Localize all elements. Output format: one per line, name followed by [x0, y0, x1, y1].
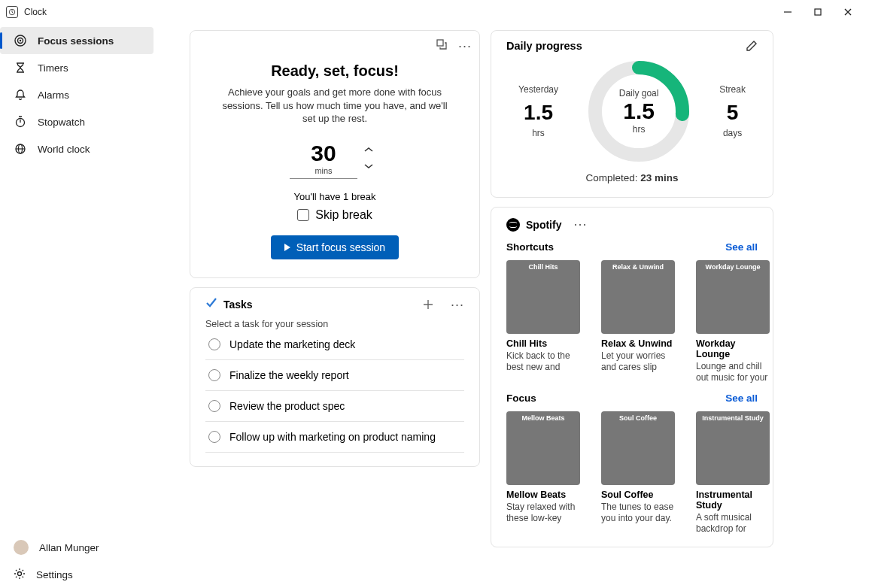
- task-label: Review the product spec: [229, 400, 345, 412]
- daily-progress-card: Daily progress Yesterday 1.5 hrs: [491, 30, 773, 198]
- task-item[interactable]: Review the product spec: [205, 391, 464, 422]
- bell-icon: [14, 88, 27, 102]
- edit-goal-button[interactable]: [746, 40, 758, 52]
- playlist-cover: Soul Coffee: [601, 411, 675, 485]
- focus-description: Achieve your goals and get more done wit…: [207, 86, 463, 126]
- nav-label: Alarms: [38, 89, 69, 101]
- svg-rect-10: [437, 40, 443, 46]
- skip-break-label: Skip break: [315, 208, 372, 222]
- app-icon: [6, 6, 18, 18]
- stat-unit: days: [719, 128, 746, 138]
- playlist-desc: Kick back to the best new and rece…: [506, 350, 580, 373]
- streak-stat: Streak 5 days: [719, 84, 746, 138]
- playlist-desc: Lounge and chill out music for your wor…: [696, 361, 770, 383]
- focus-section-title: Focus: [506, 393, 536, 404]
- nav-label: Focus sessions: [38, 35, 114, 47]
- close-button[interactable]: [833, 0, 863, 24]
- user-account[interactable]: Allan Munger: [0, 534, 153, 561]
- more-icon[interactable]: ···: [458, 38, 472, 54]
- completed-text: Completed: 23 mins: [506, 172, 758, 183]
- stat-value: 5: [719, 101, 746, 125]
- playlist-name: Soul Coffee: [601, 489, 675, 500]
- task-radio[interactable]: [208, 431, 220, 443]
- stat-label: Streak: [719, 84, 746, 95]
- break-text: You'll have 1 break: [207, 191, 463, 202]
- nav-world-clock[interactable]: World clock: [0, 135, 153, 162]
- increase-duration-button[interactable]: [357, 141, 380, 158]
- nav-label: Stopwatch: [38, 117, 85, 128]
- focus-title: Ready, set, focus!: [207, 62, 463, 80]
- playlist-item[interactable]: Chill HitsChill HitsKick back to the bes…: [506, 260, 580, 383]
- task-item[interactable]: Finalize the weekly report: [205, 360, 464, 391]
- stat-value: 1.5: [518, 101, 558, 125]
- progress-ring: Daily goal 1.5 hrs: [582, 55, 695, 168]
- playlist-desc: The tunes to ease you into your day.: [601, 502, 675, 524]
- skip-break-checkbox[interactable]: [297, 209, 309, 221]
- play-icon: [284, 244, 290, 251]
- minimize-button[interactable]: [773, 0, 803, 24]
- expand-icon[interactable]: [436, 38, 448, 50]
- titlebar: Clock: [0, 0, 869, 24]
- playlist-cover: Chill Hits: [506, 260, 580, 334]
- start-focus-label: Start focus session: [296, 241, 385, 253]
- settings-label: Settings: [36, 569, 73, 580]
- playlist-item[interactable]: Instrumental StudyInstrumental StudyA so…: [696, 411, 770, 535]
- maximize-button[interactable]: [803, 0, 833, 24]
- nav-settings[interactable]: Settings: [0, 561, 153, 588]
- decrease-duration-button[interactable]: [357, 158, 380, 174]
- content: ··· Ready, set, focus! Achieve your goal…: [153, 24, 869, 588]
- spotify-card: Spotify ··· Shortcuts See all Chill Hits…: [491, 207, 773, 547]
- svg-point-9: [18, 571, 22, 575]
- task-item[interactable]: Update the marketing deck: [205, 329, 464, 360]
- task-radio[interactable]: [208, 369, 220, 381]
- duration-display: 30 mins: [290, 138, 357, 179]
- shortcuts-title: Shortcuts: [506, 241, 554, 253]
- spotify-more-icon[interactable]: ···: [573, 217, 587, 232]
- spotify-icon: [506, 218, 520, 232]
- start-focus-button[interactable]: Start focus session: [271, 235, 399, 259]
- duration-unit: mins: [305, 166, 342, 175]
- task-label: Follow up with marketing on product nami…: [229, 431, 436, 443]
- tasks-card: Tasks ··· Select a task for your session…: [190, 287, 480, 467]
- playlist-item[interactable]: Workday LoungeWorkday LoungeLounge and c…: [696, 260, 770, 383]
- stat-label: Yesterday: [518, 84, 558, 95]
- sidebar: Focus sessions Timers Alarms Stopwatch W…: [0, 24, 153, 588]
- playlist-name: Relax & Unwind: [601, 338, 675, 349]
- tasks-check-icon: [205, 297, 217, 312]
- shortcuts-see-all[interactable]: See all: [725, 241, 758, 253]
- playlist-cover: Mellow Beats: [506, 411, 580, 485]
- playlist-item[interactable]: Relax & UnwindRelax & UnwindLet your wor…: [601, 260, 675, 383]
- nav-focus-sessions[interactable]: Focus sessions: [0, 27, 153, 54]
- playlist-name: Instrumental Study: [696, 489, 770, 511]
- add-task-button[interactable]: [422, 299, 434, 311]
- duration-value: 30: [305, 141, 342, 166]
- playlist-name: Mellow Beats: [506, 489, 580, 500]
- task-radio[interactable]: [208, 338, 220, 350]
- nav-timers[interactable]: Timers: [0, 54, 153, 81]
- playlist-cover: Workday Lounge: [696, 260, 770, 334]
- app-title: Clock: [24, 7, 47, 17]
- playlist-item[interactable]: Mellow BeatsMellow BeatsStay relaxed wit…: [506, 411, 580, 535]
- playlist-desc: Stay relaxed with these low-key beat…: [506, 502, 580, 524]
- gear-icon: [14, 568, 26, 582]
- shortcuts-row: Chill HitsChill HitsKick back to the bes…: [506, 260, 758, 383]
- playlist-item[interactable]: Soul CoffeeSoul CoffeeThe tunes to ease …: [601, 411, 675, 535]
- tasks-more-icon[interactable]: ···: [451, 297, 464, 313]
- nav-alarms[interactable]: Alarms: [0, 81, 153, 108]
- nav-stopwatch[interactable]: Stopwatch: [0, 108, 153, 135]
- nav-label: World clock: [38, 144, 90, 155]
- focus-session-card: ··· Ready, set, focus! Achieve your goal…: [190, 30, 480, 278]
- task-label: Finalize the weekly report: [229, 369, 349, 381]
- playlist-cover: Instrumental Study: [696, 411, 770, 485]
- goal-value: 1.5: [623, 99, 655, 124]
- playlist-name: Chill Hits: [506, 338, 580, 349]
- playlist-desc: Let your worries and cares slip away.: [601, 350, 675, 373]
- yesterday-stat: Yesterday 1.5 hrs: [518, 84, 558, 138]
- svg-rect-2: [815, 9, 821, 15]
- tasks-title: Tasks: [223, 299, 253, 311]
- focus-see-all[interactable]: See all: [725, 393, 758, 404]
- task-item[interactable]: Follow up with marketing on product nami…: [205, 422, 464, 453]
- task-radio[interactable]: [208, 400, 220, 412]
- goal-unit: hrs: [633, 124, 646, 135]
- hourglass-icon: [14, 61, 27, 74]
